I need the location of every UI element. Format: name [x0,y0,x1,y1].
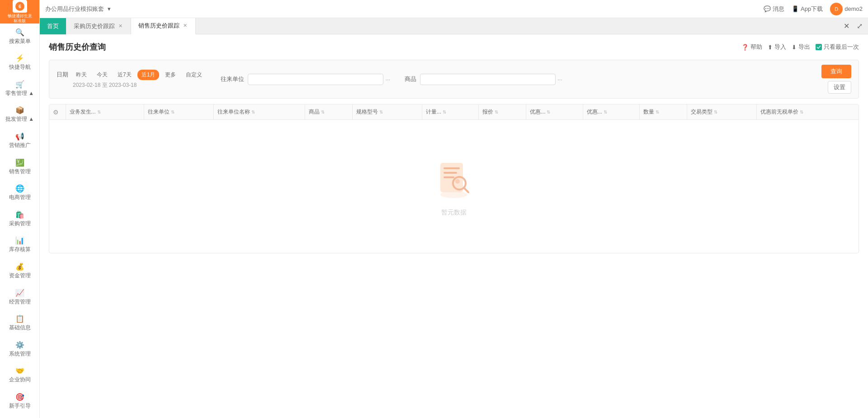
th-spec[interactable]: 规格型号 ⇅ [353,104,422,120]
sidebar-item-marketing[interactable]: 📢 营销推广 [0,128,40,154]
th-discount1[interactable]: 优惠... ⇅ [526,104,583,120]
date-btn-1month[interactable]: 近1月 [137,70,160,80]
sidebar-item-ecommerce[interactable]: 🌐 电商管理 [0,180,40,206]
sidebar-item-system-mgmt[interactable]: ⚙️ 系统管理 [0,336,40,362]
sidebar-label-ecommerce: 电商管理 [9,194,31,201]
sidebar-label-retail-mgmt: 零售管理 ▲ [5,90,34,97]
sidebar-item-finance-mgmt[interactable]: 💰 资金管理 [0,258,40,284]
product-ellipsis-btn[interactable]: ··· [557,76,562,83]
product-filter-group: 商品 ··· [405,74,562,85]
app-download-btn[interactable]: 📱 App下载 [792,5,823,13]
sidebar: 6 畅捷通好生意 标准版 🔍 搜索菜单 ⚡ 快捷导航 🛒 零售管理 ▲ 📦 批发… [0,0,40,418]
date-btn-yesterday[interactable]: 昨天 [72,70,91,80]
sidebar-item-basic-info[interactable]: 📋 基础信息 [0,310,40,336]
svg-rect-5 [443,172,457,174]
message-btn[interactable]: 💬 消息 [764,5,784,13]
sidebar-item-operations[interactable]: 📈 经营管理 [0,284,40,310]
th-settings[interactable]: ⚙ [49,104,66,120]
empty-illustration [431,156,476,201]
th-business-date[interactable]: 业务发生... ⇅ [66,104,144,120]
sort-icon-pre-tax-price: ⇅ [800,109,803,114]
sidebar-icon-ecommerce: 🌐 [15,184,24,193]
sidebar-icon-retail-mgmt: 🛒 [15,80,24,89]
query-button[interactable]: 查询 [821,65,851,78]
user-profile-btn[interactable]: D demo2 [830,3,863,15]
topbar-dropdown-btn[interactable]: ▾ [108,5,111,12]
topbar-left: 办公用品行业模拟账套 ▾ [45,5,111,13]
export-btn[interactable]: ⬇ 导出 [792,43,810,51]
tab-purchase-history-close[interactable]: ✕ [118,23,123,29]
settings-icon[interactable]: ⚙ [53,109,59,116]
sidebar-item-sales-mgmt[interactable]: 💹 销售管理 [0,154,40,180]
sort-icon-price: ⇅ [495,109,498,114]
date-filter-label: 日期 [57,71,68,79]
date-btn-today[interactable]: 今天 [93,70,112,80]
th-partner-code[interactable]: 往来单位 ⇅ [144,104,214,120]
sidebar-icon-basic-info: 📋 [15,314,24,323]
th-partner-name[interactable]: 往来单位名称 ⇅ [214,104,305,120]
sidebar-icon-enterprise-collab: 🤝 [15,366,24,375]
tab-home-label: 首页 [47,22,59,30]
th-unit[interactable]: 计量... ⇅ [422,104,478,120]
sidebar-label-marketing: 营销推广 [9,142,31,149]
date-btn-more[interactable]: 更多 [161,70,180,80]
sidebar-item-search-menu[interactable]: 🔍 搜索菜单 [0,24,40,50]
th-trade-type[interactable]: 交易类型 ⇅ [687,104,757,120]
th-price[interactable]: 报价 ⇅ [479,104,526,120]
sidebar-label-search-menu: 搜索菜单 [9,38,31,45]
tab-sales-history-close[interactable]: ✕ [182,22,188,29]
sidebar-item-purchase-mgmt[interactable]: 🛍️ 采购管理 [0,206,40,232]
import-btn[interactable]: ⬆ 导入 [768,43,786,51]
sidebar-item-new-guide[interactable]: 🎯 新手引导 [0,388,40,414]
partner-input[interactable] [248,74,383,85]
th-product[interactable]: 商品 ⇅ [305,104,353,120]
tab-purchase-history[interactable]: 采购历史价跟踪 ✕ [66,18,131,34]
user-name: demo2 [844,5,863,12]
sort-icon-trade-type: ⇅ [714,109,717,114]
only-last-checkbox[interactable]: 只看最后一次 [816,43,859,51]
tab-home[interactable]: 首页 [40,18,66,34]
sidebar-item-retail-mgmt[interactable]: 🛒 零售管理 ▲ [0,76,40,102]
tab-sales-history[interactable]: 销售历史价跟踪 ✕ [131,18,196,34]
app-logo[interactable]: 6 畅捷通好生意 标准版 [0,0,40,24]
sidebar-items: 🔍 搜索菜单 ⚡ 快捷导航 🛒 零售管理 ▲ 📦 批发管理 ▲ 📢 营销推广 💹… [0,24,40,418]
sidebar-label-finance-mgmt: 资金管理 [9,272,31,280]
help-btn[interactable]: ❓ 帮助 [741,43,762,51]
date-btn-custom[interactable]: 自定义 [182,70,206,80]
sort-icon-unit: ⇅ [443,109,446,114]
sort-icon-quantity: ⇅ [656,109,659,114]
fullscreen-btn[interactable]: ⤢ [855,21,864,31]
main-area: 办公用品行业模拟账套 ▾ 💬 消息 📱 App下载 D demo2 [40,0,868,418]
th-pre-tax-price-label: 优惠前无税单价 [760,108,798,116]
table-container: ⚙ 业务发生... ⇅ 往来单位 [49,104,859,253]
filter-section: 日期 昨天 今天 近7天 近1月 更多 自定义 [57,65,851,94]
filter-top-row: 日期 昨天 今天 近7天 近1月 更多 自定义 [57,65,851,94]
date-btn-7days[interactable]: 近7天 [113,70,136,80]
setting-button[interactable]: 设置 [828,81,851,94]
sidebar-item-quick-nav[interactable]: ⚡ 快捷导航 [0,49,40,76]
help-label: 帮助 [750,43,762,51]
svg-text:6: 6 [19,4,21,9]
sidebar-icon-operations: 📈 [15,289,24,297]
partner-ellipsis-btn[interactable]: ··· [385,76,390,83]
svg-point-9 [455,179,460,184]
th-pre-tax-price[interactable]: 优惠前无税单价 ⇅ [756,104,859,120]
page-actions: ❓ 帮助 ⬆ 导入 ⬇ 导出 只看最后一次 [741,43,859,51]
th-unit-label: 计量... [426,108,441,116]
th-discount2[interactable]: 优惠... ⇅ [583,104,639,120]
th-business-date-label: 业务发生... [70,108,96,116]
sidebar-item-inventory[interactable]: 📊 库存核算 [0,232,40,258]
sidebar-item-wholesale-mgmt[interactable]: 📦 批发管理 ▲ [0,101,40,128]
product-input[interactable] [420,74,556,85]
sidebar-icon-system-mgmt: ⚙️ [15,341,24,349]
logo-icon: 6 [13,0,27,13]
help-icon: ❓ [741,44,749,51]
dropdown-icon: ▾ [108,5,111,12]
sidebar-item-enterprise-collab[interactable]: 🤝 企业协同 [0,362,40,388]
sidebar-item-app-center[interactable]: 📱 应用中心 [0,414,40,418]
close-all-btn[interactable]: ✕ [842,21,851,31]
sidebar-icon-new-guide: 🎯 [15,393,24,401]
sidebar-icon-search-menu: 🔍 [15,28,24,37]
th-quantity[interactable]: 数量 ⇅ [640,104,687,120]
th-partner-code-label: 往来单位 [148,108,170,116]
